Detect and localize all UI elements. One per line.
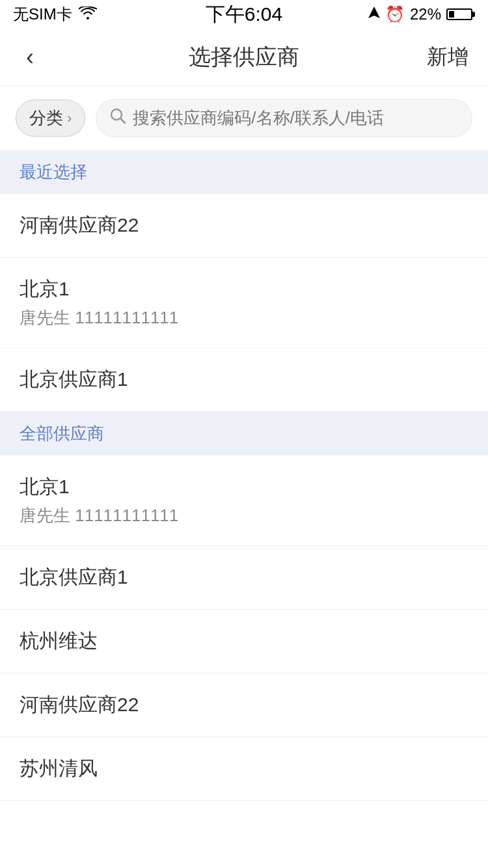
no-sim-label: 无SIM卡 (13, 4, 72, 25)
item-sub: 唐先生 11111111111 (20, 504, 468, 527)
item-name: 北京供应商1 (20, 366, 468, 393)
status-left: 无SIM卡 (13, 4, 97, 25)
item-name: 北京1 (20, 276, 468, 303)
list-item[interactable]: 北京供应商1 (0, 348, 488, 412)
list-item[interactable]: 北京1唐先生 11111111111 (0, 455, 488, 546)
alarm-icon: ⏰ (385, 5, 405, 23)
search-box[interactable] (96, 99, 472, 137)
battery-percent: 22% (410, 5, 441, 23)
item-name: 杭州维达 (20, 628, 468, 655)
list-item[interactable]: 河南供应商22 (0, 194, 488, 258)
svg-line-1 (120, 118, 125, 123)
chevron-right-icon: › (67, 110, 72, 127)
wifi-icon (79, 5, 97, 23)
battery-icon (446, 8, 475, 20)
item-name: 苏州清风 (20, 755, 468, 782)
item-name: 北京1 (20, 474, 468, 500)
section-header-all: 全部供应商 (0, 412, 488, 455)
nav-bar: ‹ 选择供应商 新增 (0, 29, 488, 86)
search-input[interactable] (133, 108, 459, 128)
section-header-recent: 最近选择 (0, 150, 488, 194)
item-name: 河南供应商22 (20, 212, 468, 239)
list-item[interactable]: 苏州清风 (0, 737, 488, 801)
category-button[interactable]: 分类 › (16, 100, 85, 137)
list-item[interactable]: 北京供应商1 (0, 546, 488, 610)
supplier-list: 最近选择河南供应商22北京1唐先生 11111111111北京供应商1全部供应商… (0, 150, 488, 801)
item-sub: 唐先生 11111111111 (20, 306, 468, 329)
status-bar: 无SIM卡 下午6:04 ⏰ 22% (0, 0, 488, 29)
list-item[interactable]: 北京1唐先生 11111111111 (0, 258, 488, 348)
item-name: 河南供应商22 (20, 692, 468, 718)
status-right: ⏰ 22% (368, 5, 475, 23)
back-button[interactable]: ‹ (20, 37, 40, 77)
page-title: 选择供应商 (189, 42, 299, 72)
category-label: 分类 (29, 107, 63, 129)
filter-bar: 分类 › (0, 86, 488, 150)
search-icon (109, 107, 126, 129)
status-time: 下午6:04 (206, 1, 282, 28)
list-item[interactable]: 河南供应商22 (0, 673, 488, 737)
list-item[interactable]: 杭州维达 (0, 610, 488, 673)
item-name: 北京供应商1 (20, 564, 468, 591)
add-button[interactable]: 新增 (427, 43, 468, 72)
location-icon (368, 5, 380, 23)
